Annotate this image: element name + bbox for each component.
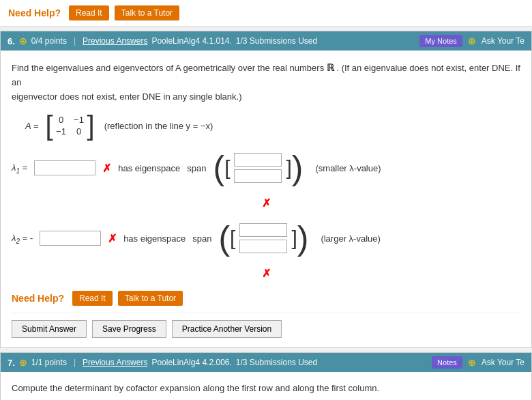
q6-ask-icon: ⊕ bbox=[468, 35, 476, 46]
q6-matrix: [ 0 −1 −1 0 ] bbox=[45, 112, 94, 139]
lambda2-vector-x: ✗ bbox=[12, 267, 520, 280]
lambda2-label: λ2 = - bbox=[12, 233, 33, 245]
question-7-header: 7. ⊕ 1/1 points | Previous Answers Poole… bbox=[1, 353, 531, 372]
q7-ask-tutor[interactable]: Ask Your Te bbox=[482, 358, 524, 367]
lambda1-label: λ1 = bbox=[12, 162, 27, 175]
lambda1-vec-bot-input[interactable] bbox=[234, 169, 282, 183]
question-7-body: Compute the determinant by cofactor expa… bbox=[1, 372, 531, 400]
q6-points: 0/4 points bbox=[31, 36, 67, 46]
cell-1-1: 0 bbox=[74, 126, 85, 137]
q6-action-row: Submit Answer Save Progress Practice Ano… bbox=[12, 313, 520, 338]
lambda2-vec-top-input[interactable] bbox=[239, 223, 287, 237]
question-6-block: 6. ⊕ 0/4 points | Previous Answers Poole… bbox=[0, 31, 532, 348]
cell-1-0: −1 bbox=[56, 126, 67, 137]
q6-reflection: (reflection in the line y = −x) bbox=[104, 121, 213, 131]
header-right-7: Notes ⊕ Ask Your Te bbox=[432, 356, 524, 369]
lambda1-vector-x: ✗ bbox=[12, 197, 520, 210]
q7-ask-icon: ⊕ bbox=[468, 357, 476, 368]
lambda2-vector-span: ( [ ] ) bbox=[218, 220, 308, 256]
q7-prev-answers[interactable]: Previous Answers bbox=[83, 358, 147, 367]
big-paren-right-1: ) bbox=[292, 151, 304, 185]
q6-need-help-row: Need Help? Read It Talk to a Tutor bbox=[12, 291, 520, 306]
read-it-button-top[interactable]: Read It bbox=[69, 5, 109, 20]
cell-0-0: 0 bbox=[56, 115, 67, 125]
q6-matrix-label: A = bbox=[25, 121, 38, 131]
question-6-header: 6. ⊕ 0/4 points | Previous Answers Poole… bbox=[1, 31, 531, 51]
lambda1-input[interactable] bbox=[34, 160, 95, 175]
save-progress-button[interactable]: Save Progress bbox=[92, 320, 166, 338]
lambda1-x-mark[interactable]: ✗ bbox=[102, 162, 111, 175]
r-symbol: ℝ bbox=[327, 62, 334, 73]
lambda1-row: λ1 = ✗ has eigenspace span ( [ ] ) (smal… bbox=[12, 150, 520, 186]
q6-prev-answers[interactable]: Previous Answers bbox=[83, 36, 147, 46]
vec-bracket-right-1: ] bbox=[286, 156, 291, 180]
lambda1-vector-grid bbox=[230, 150, 286, 186]
lambda2-row: λ2 = - ✗ has eigenspace span ( [ ] ) (la… bbox=[12, 220, 520, 256]
q6-ask-tutor[interactable]: Ask Your Te bbox=[482, 36, 524, 46]
lambda2-vector-grid bbox=[235, 220, 291, 256]
q6-my-notes-button[interactable]: My Notes bbox=[419, 35, 462, 47]
lambda2-vector: [ ] bbox=[230, 220, 297, 256]
matrix-row-1: 0 −1 bbox=[56, 115, 85, 125]
need-help-label-top: Need Help? bbox=[8, 8, 61, 18]
q7-problem-text: Compute the determinant by cofactor expa… bbox=[12, 382, 520, 396]
q6-problem-text: Find the eigenvalues and eigenvectors of… bbox=[12, 60, 520, 104]
vec-bracket-left-1: [ bbox=[224, 156, 230, 180]
q7-points: 1/1 points bbox=[31, 358, 67, 367]
q7-notes-button[interactable]: Notes bbox=[432, 356, 462, 369]
q6-matrix-grid: 0 −1 −1 0 bbox=[53, 113, 87, 138]
lambda1-vector: [ ] bbox=[224, 150, 292, 186]
header-left-7: 7. ⊕ 1/1 points | Previous Answers Poole… bbox=[8, 357, 317, 368]
vec-bracket-left-2: [ bbox=[230, 227, 235, 250]
lambda2-span-label: span bbox=[192, 233, 211, 244]
bracket-left-6: [ bbox=[45, 112, 53, 139]
talk-tutor-button-top[interactable]: Talk to a Tutor bbox=[115, 5, 179, 20]
lambda1-vector-span: ( [ ] ) bbox=[213, 150, 303, 186]
read-it-button-q6[interactable]: Read It bbox=[72, 291, 113, 306]
q6-number: 6. bbox=[8, 36, 15, 46]
q7-number: 7. bbox=[8, 358, 15, 368]
vec-bracket-right-2: ] bbox=[291, 227, 297, 250]
q7-plus-icon[interactable]: ⊕ bbox=[19, 357, 27, 368]
question-7-block: 7. ⊕ 1/1 points | Previous Answers Poole… bbox=[0, 352, 532, 400]
lambda1-value-label: (smaller λ-value) bbox=[315, 163, 381, 173]
lambda2-vec-bot-input[interactable] bbox=[239, 240, 287, 253]
lambda1-vec-top-input[interactable] bbox=[234, 153, 282, 167]
top-help-bar: Need Help? Read It Talk to a Tutor bbox=[0, 0, 532, 27]
big-paren-left-2: ( bbox=[218, 221, 230, 255]
lambda2-value-label: (larger λ-value) bbox=[321, 233, 380, 244]
need-help-label-q6: Need Help? bbox=[12, 293, 64, 304]
q6-submissions: 1/3 Submissions Used bbox=[236, 36, 317, 46]
lambda2-eigenspace-label: has eigenspace bbox=[123, 233, 186, 244]
q7-submissions: 1/3 Submissions Used bbox=[236, 358, 317, 367]
big-paren-left-1: ( bbox=[213, 151, 224, 185]
practice-another-button[interactable]: Practice Another Version bbox=[172, 320, 282, 338]
lambda1-span-label: span bbox=[187, 163, 206, 173]
talk-tutor-button-q6[interactable]: Talk to a Tutor bbox=[118, 291, 183, 306]
q7-course-code: PooleLinAlg4 4.2.006. bbox=[151, 358, 231, 367]
q6-course-code: PooleLinAlg4 4.1.014. bbox=[151, 36, 231, 46]
q6-matrix-display: A = [ 0 −1 −1 0 ] (reflection in the lin… bbox=[25, 112, 520, 139]
q6-plus-icon[interactable]: ⊕ bbox=[19, 35, 27, 46]
lambda1-eigenspace-label: has eigenspace bbox=[118, 163, 180, 173]
header-left-6: 6. ⊕ 0/4 points | Previous Answers Poole… bbox=[8, 35, 317, 46]
lambda2-input[interactable] bbox=[40, 231, 101, 246]
question-6-body: Find the eigenvalues and eigenvectors of… bbox=[1, 51, 531, 347]
cell-0-1: −1 bbox=[74, 115, 85, 125]
lambda2-x-mark[interactable]: ✗ bbox=[108, 232, 117, 245]
big-paren-right-2: ) bbox=[297, 221, 309, 255]
bracket-right-6: ] bbox=[87, 112, 95, 139]
submit-answer-button[interactable]: Submit Answer bbox=[12, 320, 87, 338]
header-right-6: My Notes ⊕ Ask Your Te bbox=[419, 35, 524, 47]
matrix-row-2: −1 0 bbox=[56, 126, 85, 137]
